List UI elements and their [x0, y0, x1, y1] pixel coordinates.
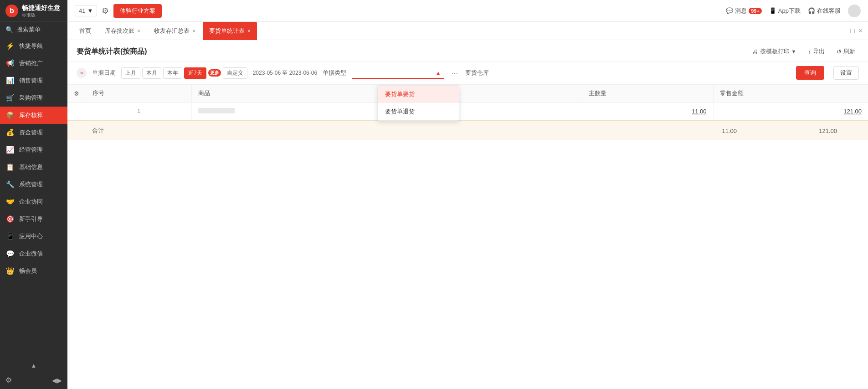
sidebar-scroll-up[interactable]: ▲ — [0, 360, 67, 371]
export-button[interactable]: ↑ 导出 — [805, 46, 829, 57]
page-title: 要货单统计表(按商品) — [77, 47, 147, 56]
settings-button[interactable]: 设置 — [833, 66, 859, 80]
sidebar-item-label: 资金管理 — [19, 128, 43, 137]
content-area: 要货单统计表(按商品) 🖨 按模板打印 ▼ ↑ 导出 ↺ 刷新 — [67, 40, 868, 389]
filter-more-button[interactable]: ··· — [449, 68, 460, 78]
table-row: 1 块 11.00 121.00 — [67, 102, 868, 120]
sidebar-item-label: 系统管理 — [19, 180, 43, 189]
user-avatar[interactable] — [848, 5, 861, 17]
table-header-row: ⚙ 序号 商品 主计量单位 主数量 零售金额 — [67, 85, 868, 102]
template-print-button[interactable]: 🖨 按模板打印 ▼ — [749, 46, 800, 57]
last-month-label: 上月 — [125, 70, 136, 76]
last-7-days-button[interactable]: 近7天 — [184, 67, 206, 79]
sidebar-item-quick-nav[interactable]: ⚡ 快捷导航 — [0, 37, 67, 55]
tab-inventory-batch-close[interactable]: × — [137, 28, 140, 34]
app-center-icon: 📱 — [5, 232, 15, 241]
th-product: 商品 — [192, 85, 401, 102]
message-icon: 💬 — [726, 7, 733, 14]
trial-button[interactable]: 体验行业方案 — [113, 4, 162, 18]
sidebar-item-app-center[interactable]: 📱 应用中心 — [0, 228, 67, 245]
tabs-bar-right: □ × — [850, 27, 863, 35]
th-settings[interactable]: ⚙ — [67, 85, 86, 102]
sidebar: b 畅捷通好生意 标准版 🔍 搜索菜单 ⚡ 快捷导航 📢 营销推广 📊 销售管理… — [0, 0, 67, 389]
sidebar-item-label: 企业协同 — [19, 198, 43, 206]
online-service-button[interactable]: 🎧 在线客服 — [808, 7, 841, 15]
type-dropdown: 要货单要货 要货单退货 — [377, 85, 459, 121]
dropdown-item-order-goods-label: 要货单要货 — [385, 91, 415, 97]
type-filter-arrow[interactable]: ▲ — [435, 70, 441, 77]
th-quantity: 主数量 — [582, 85, 713, 102]
filter-expand-button[interactable]: » — [77, 68, 87, 78]
topbar-right: 💬 消息 99+ 📱 App下载 🎧 在线客服 — [726, 5, 861, 17]
sidebar-item-inventory[interactable]: 📦 库存核算 — [0, 107, 67, 124]
tab-receive-summary-label: 收发存汇总表 — [154, 27, 190, 35]
sidebar-item-finance[interactable]: 💰 资金管理 — [0, 124, 67, 141]
guide-icon: 🎯 — [5, 215, 15, 223]
td-product — [192, 102, 401, 120]
messages-button[interactable]: 💬 消息 99+ — [726, 7, 762, 15]
sidebar-item-operations[interactable]: 📈 经营管理 — [0, 141, 67, 159]
dropdown-item-order-goods[interactable]: 要货单要货 — [378, 86, 459, 103]
query-button[interactable]: 查询 — [796, 66, 824, 80]
tab-home[interactable]: 首页 — [73, 22, 98, 40]
sidebar-gear-icon[interactable]: ⚙ — [5, 376, 12, 384]
tab-order-summary[interactable]: 要货单统计表 × — [203, 22, 257, 40]
refresh-button[interactable]: ↺ 刷新 — [833, 46, 859, 57]
app-download-icon: 📱 — [769, 7, 776, 14]
sidebar-item-purchase[interactable]: 🛒 采购管理 — [0, 89, 67, 107]
tab-maximize-icon[interactable]: □ — [850, 27, 855, 35]
more-badge[interactable]: 更多 — [208, 69, 221, 77]
tab-receive-summary-close[interactable]: × — [192, 28, 195, 34]
quick-nav-icon: ⚡ — [5, 42, 15, 50]
app-logo-icon: b — [5, 5, 18, 17]
enterprise-icon: 🤝 — [5, 198, 15, 206]
footer-label: 合计 — [74, 127, 165, 135]
sidebar-collapse-icon[interactable]: ◀▶ — [52, 377, 62, 384]
date-buttons-group: 上月 本月 本年 近7天 更多 自定义 — [121, 67, 247, 79]
wechat-icon: 💬 — [5, 250, 15, 258]
table-wrap: ⚙ 序号 商品 主计量单位 主数量 零售金额 1 — [67, 85, 868, 120]
tab-inventory-batch[interactable]: 库存批次账 × — [98, 22, 147, 40]
sidebar-item-vip[interactable]: 👑 畅会员 — [0, 262, 67, 280]
tab-receive-summary[interactable]: 收发存汇总表 × — [148, 22, 202, 40]
sidebar-item-guide[interactable]: 🎯 新手引导 — [0, 210, 67, 228]
online-service-label: 在线客服 — [817, 7, 841, 15]
refresh-label: 刷新 — [843, 47, 855, 56]
page-header: 要货单统计表(按商品) 🖨 按模板打印 ▼ ↑ 导出 ↺ 刷新 — [67, 40, 868, 61]
messages-label: 消息 — [735, 7, 747, 15]
operations-icon: 📈 — [5, 146, 15, 154]
type-filter-input[interactable] — [352, 67, 444, 79]
sidebar-bottom: ⚙ ◀▶ — [0, 371, 67, 389]
last-month-button[interactable]: 上月 — [121, 67, 140, 79]
marketing-icon: 📢 — [5, 59, 15, 67]
current-month-button[interactable]: 本月 — [142, 67, 161, 79]
current-year-button[interactable]: 本年 — [163, 67, 182, 79]
table-footer: 合计 11.00 121.00 — [67, 120, 868, 140]
warehouse-filter-label: 要货仓库 — [465, 69, 489, 77]
sidebar-logo: b 畅捷通好生意 标准版 — [0, 0, 67, 22]
current-month-label: 本月 — [146, 70, 157, 76]
sidebar-item-marketing[interactable]: 📢 营销推广 — [0, 55, 67, 72]
app-download-button[interactable]: 📱 App下载 — [769, 7, 801, 15]
store-number: 41 — [79, 7, 85, 14]
type-filter-label: 单据类型 — [323, 69, 346, 77]
sidebar-item-enterprise[interactable]: 🤝 企业协同 — [0, 193, 67, 210]
store-selector[interactable]: 41 ▼ — [75, 5, 97, 16]
sidebar-item-sales[interactable]: 📊 销售管理 — [0, 72, 67, 89]
sidebar-item-wechat[interactable]: 💬 企业微信 — [0, 245, 67, 262]
custom-date-button[interactable]: 自定义 — [223, 67, 247, 79]
product-name-placeholder — [198, 108, 235, 113]
sidebar-item-system[interactable]: 🔧 系统管理 — [0, 176, 67, 193]
tab-order-summary-close[interactable]: × — [247, 28, 251, 34]
sidebar-item-basic-info[interactable]: 📋 基础信息 — [0, 159, 67, 176]
topbar-settings-icon[interactable]: ⚙ — [102, 6, 109, 16]
store-selector-arrow: ▼ — [87, 7, 93, 14]
sidebar-item-label: 基础信息 — [19, 163, 43, 171]
sidebar-item-search[interactable]: 🔍 搜索菜单 — [0, 22, 67, 37]
sidebar-item-label: 企业微信 — [19, 250, 43, 258]
tab-close-all-icon[interactable]: × — [858, 27, 863, 35]
app-download-label: App下载 — [778, 7, 801, 15]
app-logo-text: 畅捷通好生意 标准版 — [22, 4, 60, 18]
td-amount: 121.00 — [713, 102, 868, 120]
dropdown-item-order-return[interactable]: 要货单退货 — [378, 103, 459, 120]
